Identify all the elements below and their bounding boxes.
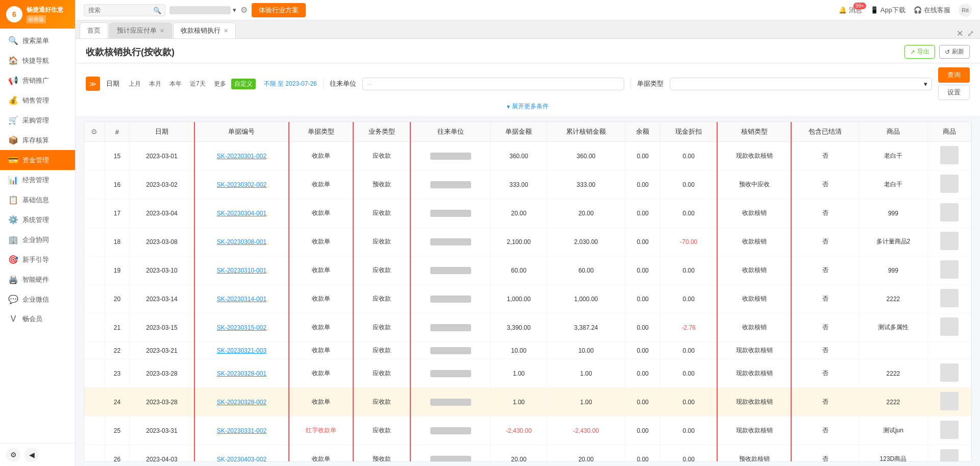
expand-more-conditions-btn[interactable]: ▾ 展开更多条件 (507, 102, 549, 111)
td-doc-no-8[interactable]: SK-20230328-001 (194, 359, 289, 388)
filter-settings-button[interactable]: 设置 (938, 85, 970, 100)
last-7-days-btn[interactable]: 近7天 (187, 79, 209, 89)
sidebar-item-enterprise[interactable]: 🏢 企业协同 (0, 230, 75, 250)
doc-no-link-10[interactable]: SK-20230331-002 (217, 427, 266, 434)
th-biz-type: 业务类型 (353, 122, 411, 142)
td-doc-no-10[interactable]: SK-20230331-002 (194, 416, 289, 445)
sidebar-item-marketing[interactable]: 📢 营销推广 (0, 70, 75, 90)
logo-text: 畅捷通好生意 标推版 (27, 6, 63, 23)
th-setting: ⚙ (84, 122, 105, 142)
td-doc-no-4[interactable]: SK-20230310-001 (194, 256, 289, 285)
logo-icon: 6 (6, 6, 22, 22)
td-setting-7 (84, 342, 105, 359)
td-balance-1: 0.00 (625, 170, 660, 199)
td-doc-no-5[interactable]: SK-20230314-001 (194, 285, 289, 313)
table-row: 16 2023-03-02 SK-20230302-002 收款单 预收款 33… (84, 170, 971, 199)
doc-no-link-11[interactable]: SK-20230403-002 (217, 456, 266, 462)
this-year-btn[interactable]: 本年 (166, 79, 185, 89)
tab-collection[interactable]: 收款核销执行 ✕ (173, 22, 236, 38)
td-written-off-11: 20.00 (547, 445, 625, 462)
td-doc-no-6[interactable]: SK-20230315-002 (194, 313, 289, 342)
export-button[interactable]: ↗ 导出 (904, 45, 935, 59)
topbar-dropdown[interactable]: ▾ (169, 6, 236, 14)
tab-home[interactable]: 首页 (80, 22, 108, 38)
td-cash-discount-2: 0.00 (660, 199, 718, 228)
hardware-icon: 🖨️ (8, 275, 18, 284)
solution-button[interactable]: 体验行业方案 (252, 3, 306, 17)
custom-date-btn[interactable]: 自定义 (231, 79, 256, 89)
collapse-icon[interactable]: ◀ (24, 448, 39, 462)
td-balance-8: 0.00 (625, 359, 660, 388)
td-doc-type-0: 收款单 (289, 142, 353, 170)
doc-no-link-4[interactable]: SK-20230310-001 (217, 267, 266, 274)
sidebar-item-search[interactable]: 🔍 搜索菜单 (0, 31, 75, 51)
th-amount: 单据金额 (491, 122, 547, 142)
td-write-off-type-4: 收款核销 (717, 256, 791, 285)
td-doc-no-3[interactable]: SK-20230308-001 (194, 228, 289, 256)
sidebar-item-wechat[interactable]: 💬 企业微信 (0, 289, 75, 309)
query-button[interactable]: 查询 (938, 67, 970, 83)
column-settings-icon[interactable]: ⚙ (91, 128, 97, 136)
more-date-btn[interactable]: 更多 (211, 79, 229, 89)
close-window-icon[interactable]: ✕ (957, 29, 963, 38)
app-download-btn[interactable]: 📱 App下载 (870, 6, 905, 15)
td-doc-no-11[interactable]: SK-20230403-002 (194, 445, 289, 462)
tab-prepay[interactable]: 预计应应付单 ✕ (109, 22, 172, 38)
doc-no-link-5[interactable]: SK-20230314-001 (217, 296, 266, 303)
goods-thumbnail-10 (940, 421, 959, 439)
td-partner-5 (410, 285, 491, 313)
sidebar-item-purchase[interactable]: 🛒 采购管理 (0, 110, 75, 130)
td-doc-no-7[interactable]: SK-20230321-003 (194, 342, 289, 359)
doc-no-link-0[interactable]: SK-20230301-002 (217, 153, 266, 160)
td-date-8: 2023-03-28 (130, 359, 194, 388)
td-doc-type-1: 收款单 (289, 170, 353, 199)
td-doc-type-5: 收款单 (289, 285, 353, 313)
td-goods-img-8 (927, 359, 971, 388)
td-doc-no-9[interactable]: SK-20230328-002 (194, 388, 289, 416)
doc-no-link-1[interactable]: SK-20230302-002 (217, 181, 266, 188)
td-doc-type-2: 收款单 (289, 199, 353, 228)
refresh-button[interactable]: ↺ 刷新 (939, 45, 970, 59)
td-biz-type-1: 预收款 (353, 170, 411, 199)
td-balance-6: 0.00 (625, 313, 660, 342)
topbar-gear-icon[interactable]: ⚙ (240, 5, 248, 15)
td-goods-2: 999 (859, 199, 928, 228)
sidebar-item-guide[interactable]: 🎯 新手引导 (0, 250, 75, 269)
filter-separator-2 (630, 79, 631, 89)
sidebar-item-member[interactable]: V 畅会员 (0, 309, 75, 329)
user-avatar[interactable]: Rit (959, 4, 972, 17)
maximize-window-icon[interactable]: ⤢ (967, 29, 974, 38)
sidebar-item-system[interactable]: ⚙️ 系统管理 (0, 210, 75, 230)
td-doc-no-1[interactable]: SK-20230302-002 (194, 170, 289, 199)
online-support-btn[interactable]: 🎧 在线客服 (914, 6, 950, 15)
table-row: 23 2023-03-28 SK-20230328-001 收款单 应收款 1.… (84, 359, 971, 388)
filter-toggle-btn[interactable]: ≫ (86, 77, 100, 91)
sidebar-item-basic[interactable]: 📋 基础信息 (0, 190, 75, 210)
this-month-btn[interactable]: 本月 (146, 79, 164, 89)
sidebar-item-finance[interactable]: 💳 资金管理 (0, 150, 75, 170)
mobile-icon: 📱 (870, 6, 878, 14)
settings-gear-icon[interactable]: ⚙ (6, 448, 20, 462)
doc-no-link-7[interactable]: SK-20230321-003 (217, 347, 266, 354)
collection-tab-close-icon[interactable]: ✕ (224, 28, 228, 34)
notification-btn[interactable]: 🔔 消息 99+ (839, 6, 862, 15)
sidebar-item-operations[interactable]: 📊 经营管理 (0, 170, 75, 190)
doc-no-link-6[interactable]: SK-20230315-002 (217, 324, 266, 331)
doc-no-link-3[interactable]: SK-20230308-001 (217, 238, 266, 246)
sidebar-item-sales[interactable]: 💰 销售管理 (0, 90, 75, 110)
doc-type-select[interactable]: ▾ (670, 78, 932, 90)
td-date-7: 2023-03-21 (130, 342, 194, 359)
last-month-btn[interactable]: 上月 (126, 79, 144, 89)
prepay-tab-close-icon[interactable]: ✕ (160, 28, 164, 34)
sidebar-item-quicknav[interactable]: 🏠 快捷导航 (0, 51, 75, 70)
sidebar-item-inventory[interactable]: 📦 库存核算 (0, 130, 75, 150)
doc-no-link-8[interactable]: SK-20230328-001 (217, 370, 266, 377)
goods-thumbnail-8 (940, 363, 959, 382)
doc-no-link-2[interactable]: SK-20230304-001 (217, 210, 266, 217)
td-doc-no-0[interactable]: SK-20230301-002 (194, 142, 289, 170)
tabbar-window-controls: ✕ ⤢ (950, 29, 980, 38)
doc-no-link-9[interactable]: SK-20230328-002 (217, 399, 266, 406)
partner-input[interactable]: ··· (362, 78, 625, 90)
td-doc-no-2[interactable]: SK-20230304-001 (194, 199, 289, 228)
sidebar-item-hardware[interactable]: 🖨️ 智能硬件 (0, 269, 75, 289)
